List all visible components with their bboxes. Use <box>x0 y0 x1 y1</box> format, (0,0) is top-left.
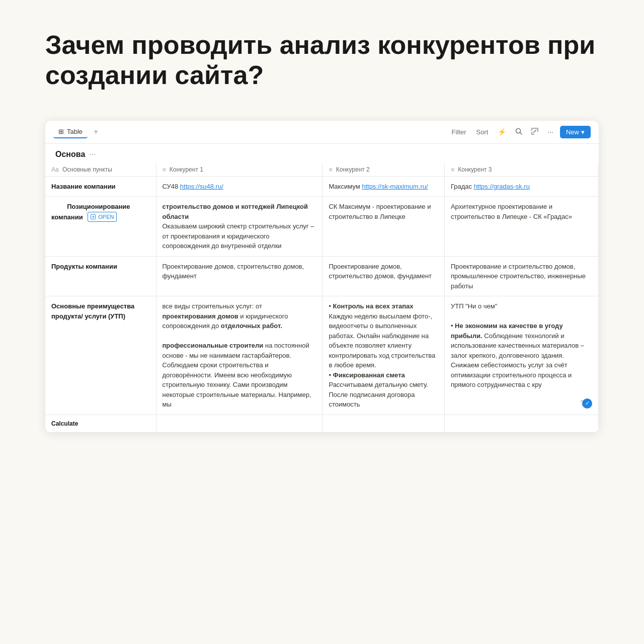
new-button[interactable]: New ▾ <box>560 126 591 138</box>
table-row: Название компании СУ48 https://su48.ru/ … <box>45 176 599 197</box>
text-col-icon-3: ≡ <box>451 166 454 173</box>
row-cell-3-products: Проектирование и строительство домов, пр… <box>444 256 598 296</box>
table-section-header: Основа ··· <box>45 144 599 163</box>
row-cell-1-positioning: строительство домов и коттеджей Липецкой… <box>156 197 323 257</box>
text-type-icon: Aa <box>51 166 59 173</box>
link-gradas[interactable]: https://gradas-sk.ru <box>474 183 530 190</box>
row-label-products: Продукты компании <box>45 256 156 296</box>
chevron-down-icon: ▾ <box>581 128 585 136</box>
table-icon: ⊞ <box>58 128 64 135</box>
calculate-cell-2 <box>323 415 445 432</box>
notion-table-container: ⊞ Table + Filter Sort ⚡ ··· <box>45 121 599 433</box>
col-header-main: Aa Основные пункты <box>45 163 156 177</box>
add-row-icon[interactable]: + <box>51 202 55 212</box>
open-badge[interactable]: OPEN <box>88 212 117 222</box>
add-view-button[interactable]: + <box>91 126 101 137</box>
table-tab-label: Table <box>67 128 83 135</box>
table-row: Продукты компании Проектирование домов, … <box>45 256 599 296</box>
page-title: Зачем проводить анализ конкурентов при с… <box>45 30 599 91</box>
toolbar: ⊞ Table + Filter Sort ⚡ ··· <box>45 121 599 144</box>
filter-button[interactable]: Filter <box>449 127 469 137</box>
text-col-icon-1: ≡ <box>163 166 166 173</box>
calculate-row: Calculate <box>45 415 599 432</box>
section-options-icon[interactable]: ··· <box>89 150 96 159</box>
row-label-company-name: Название компании <box>45 176 156 197</box>
col-header-1: ≡ Конкурент 1 <box>156 163 323 177</box>
toolbar-actions: Filter Sort ⚡ ··· New ▾ <box>449 126 591 138</box>
data-table: Aa Основные пункты ≡ Конкурент 1 ≡ Конку… <box>45 163 599 433</box>
row-label-utp: Основные преимущества продукта/ услуги (… <box>45 296 156 415</box>
drag-row-icon[interactable]: ⠿ <box>57 202 62 212</box>
col-header-2: ≡ Конкурент 2 <box>323 163 445 177</box>
col-header-3: ≡ Конкурент 3 <box>444 163 598 177</box>
table-row: + ⠿ Позиционирование компании OPEN <box>45 197 599 257</box>
col-header-main-label: Основные пункты <box>62 166 112 173</box>
section-title: Основа <box>55 150 85 159</box>
new-button-label: New <box>566 128 579 136</box>
table-row: Основные преимущества продукта/ услуги (… <box>45 296 599 415</box>
link-maximum[interactable]: https://sk-maximum.ru/ <box>362 183 428 190</box>
table-tab[interactable]: ⊞ Table <box>53 126 88 138</box>
text-col-icon-2: ≡ <box>329 166 332 173</box>
link-su48[interactable]: https://su48.ru/ <box>180 183 223 190</box>
row-cell-1-company-name: СУ48 https://su48.ru/ <box>156 176 323 197</box>
table-header-row: Aa Основные пункты ≡ Конкурент 1 ≡ Конку… <box>45 163 599 177</box>
row-cell-1-utp: все виды строительных услуг: от проектир… <box>156 296 323 415</box>
col-header-3-label: Конкурент 3 <box>458 166 492 173</box>
col-header-2-label: Конкурент 2 <box>336 166 370 173</box>
row-label-positioning: + ⠿ Позиционирование компании OPEN <box>45 197 156 257</box>
row-cell-2-utp: • Контроль на всех этапах Каждую неделю … <box>323 296 445 415</box>
link-icon[interactable] <box>529 126 541 138</box>
row-cell-2-positioning: СК Максимум - проектирование и строитель… <box>323 197 445 257</box>
row-cell-3-positioning: Архитектурное проектирование и строитель… <box>444 197 598 257</box>
check-badge: ✓ <box>582 398 592 409</box>
col-header-1-label: Конкурент 1 <box>170 166 203 173</box>
sort-button[interactable]: Sort <box>473 127 491 137</box>
row-cell-1-products: Проектирование домов, строительство домо… <box>156 256 323 296</box>
row-cell-3-company-name: Градас https://gradas-sk.ru <box>444 176 598 197</box>
more-options-icon[interactable]: ··· <box>545 126 556 137</box>
search-icon[interactable] <box>513 126 525 138</box>
row-cell-2-products: Проектирование домов, строительство домо… <box>323 256 445 296</box>
svg-line-1 <box>520 132 522 134</box>
calculate-cell-3 <box>444 415 598 432</box>
bold-text-1: строительство домов и коттеджей Липецкой… <box>163 203 308 220</box>
row-cell-3-utp last-col: УТП "Ни о чем" • Не экономим на качестве… <box>444 296 598 415</box>
calculate-cell-1 <box>156 415 323 432</box>
row-cell-2-company-name: Максимум https://sk-maximum.ru/ <box>323 176 445 197</box>
lightning-icon[interactable]: ⚡ <box>495 126 509 137</box>
calculate-cell[interactable]: Calculate <box>45 415 156 432</box>
